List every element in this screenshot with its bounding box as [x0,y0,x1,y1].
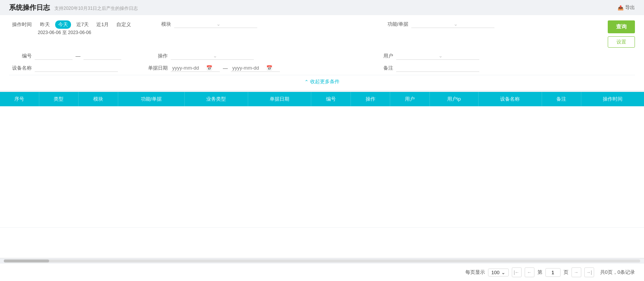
settings-button[interactable]: 设置 [608,36,635,48]
col-billdate: 单据日期 [248,92,311,106]
module-filter: 模块 ⌄ [148,20,366,28]
header-row: 序号 类型 模块 功能/单据 业务类型 单据日期 编号 操作 用户 用户ip 设… [0,92,644,106]
pagination-bar: 每页显示 100 ⌄ |← ← 第 页 → →| 共0页，0条记录 [0,263,644,281]
export-label: 导出 [625,4,635,11]
scrollbar-area[interactable] [0,258,644,263]
data-table: 序号 类型 模块 功能/单据 业务类型 单据日期 编号 操作 用户 用户ip 设… [0,92,644,228]
page-suffix: 页 [564,269,568,276]
col-userip: 用户ip [429,92,478,106]
user-filter: 用户 ⌄ [371,52,581,60]
page-subtitle: 支持2020年10月31日之后产生的操作日志 [54,5,138,12]
time-label: 操作时间 [9,21,32,28]
action-buttons: 查询 设置 [608,20,635,48]
function-label: 功能/单据 [381,21,408,28]
scrollbar-thumb[interactable] [4,259,49,262]
device-input[interactable] [35,64,118,72]
export-icon: 📤 [618,5,624,11]
col-remark: 备注 [542,92,581,106]
device-label: 设备名称 [9,65,32,71]
col-device: 设备名称 [478,92,542,106]
time-filter-block: 操作时间 昨天 今天 近7天 近1月 自定义 2023-06-06 至 2023… [9,20,133,36]
time-option-custom[interactable]: 自定义 [114,20,133,29]
code-filter: 编号 — [9,52,130,60]
per-page-value: 100 [491,270,500,275]
query-button[interactable]: 查询 [608,20,635,33]
collapse-icon: ⌃ [304,79,309,85]
operation-filter: 操作 ⌄ [145,52,355,60]
per-page-select[interactable]: 100 ⌄ [488,269,509,276]
device-filter: 设备名称 [9,64,130,72]
page-prefix: 第 [537,269,542,276]
function-chevron-icon: ⌄ [454,21,493,27]
collapse-row[interactable]: ⌃ 收起更多条件 [9,75,635,87]
col-module: 模块 [79,92,118,106]
col-function: 功能/单据 [118,92,184,106]
module-chevron-icon: ⌄ [216,21,256,27]
code-dash: — [76,53,80,59]
remark-filter: 备注 [371,64,581,72]
scrollbar-track[interactable] [4,259,640,262]
module-label: 模块 [148,21,171,28]
page-container: 系统操作日志 支持2020年10月31日之后产生的操作日志 📤 导出 操作时间 … [0,0,644,281]
date-from-wrap[interactable]: 📅 [171,64,220,72]
filter-row-2: 编号 — 操作 ⌄ 用户 ⌄ [9,52,635,60]
table-body [0,106,644,227]
code-input-to[interactable] [83,52,121,60]
time-options: 昨天 今天 近7天 近1月 自定义 [38,20,133,29]
date-range-display: 2023-06-06 至 2023-06-06 [38,30,91,35]
module-select[interactable]: ⌄ [174,20,257,28]
bill-date-filter: 单据日期 📅 — 📅 [145,64,355,72]
time-option-today[interactable]: 今天 [55,20,71,29]
bill-date-label: 单据日期 [145,65,168,71]
date-from-input[interactable] [172,65,206,71]
calendar-to-icon[interactable]: 📅 [266,65,272,71]
empty-cell [0,106,644,227]
filter-row-3: 设备名称 单据日期 📅 — 📅 备注 [9,64,635,72]
col-user: 用户 [390,92,429,106]
top-bar: 系统操作日志 支持2020年10月31日之后产生的操作日志 📤 导出 [0,0,644,15]
date-to-input[interactable] [232,65,266,71]
time-option-7days[interactable]: 近7天 [74,20,91,29]
page-title: 系统操作日志 [9,3,50,12]
page-input[interactable] [545,268,561,277]
collapse-label: 收起更多条件 [310,78,340,85]
empty-row [0,106,644,227]
first-page-btn[interactable]: |← [512,267,522,277]
code-label: 编号 [9,53,32,59]
col-biztype: 业务类型 [185,92,248,106]
calendar-from-icon[interactable]: 📅 [206,65,212,71]
prev-page-btn[interactable]: ← [525,267,534,277]
col-code: 编号 [311,92,351,106]
table-wrap: 序号 类型 模块 功能/单据 业务类型 单据日期 编号 操作 用户 用户ip 设… [0,92,644,258]
code-input-from[interactable] [35,52,73,60]
date-to-wrap[interactable]: 📅 [231,64,280,72]
table-header: 序号 类型 模块 功能/单据 业务类型 单据日期 编号 操作 用户 用户ip 设… [0,92,644,106]
col-type: 类型 [39,92,78,106]
filter-area: 操作时间 昨天 今天 近7天 近1月 自定义 2023-06-06 至 2023… [0,15,644,90]
export-button[interactable]: 📤 导出 [618,4,635,11]
remark-label: 备注 [371,65,393,71]
user-chevron-icon: ⌄ [439,53,478,59]
operation-label: 操作 [145,53,168,59]
col-operation: 操作 [351,92,390,106]
remark-input[interactable] [396,64,479,72]
last-page-btn[interactable]: →| [584,267,594,277]
user-select[interactable]: ⌄ [396,52,479,60]
function-select[interactable]: ⌄ [411,20,494,28]
time-filter-options-row: 操作时间 昨天 今天 近7天 近1月 自定义 [9,20,133,29]
per-page-chevron-icon: ⌄ [501,270,505,275]
col-index: 序号 [0,92,39,106]
col-optime: 操作时间 [581,92,644,106]
user-label: 用户 [371,53,393,59]
per-page-label: 每页显示 [465,269,485,276]
next-page-btn[interactable]: → [571,267,581,277]
time-option-yesterday[interactable]: 昨天 [38,20,52,29]
operation-chevron-icon: ⌄ [213,53,252,59]
time-option-1month[interactable]: 近1月 [94,20,111,29]
function-filter: 功能/单据 ⌄ [381,20,599,28]
header-left: 系统操作日志 支持2020年10月31日之后产生的操作日志 [9,3,138,12]
page-total: 共0页，0条记录 [600,269,635,276]
operation-select[interactable]: ⌄ [171,52,254,60]
date-dash: — [223,65,228,71]
